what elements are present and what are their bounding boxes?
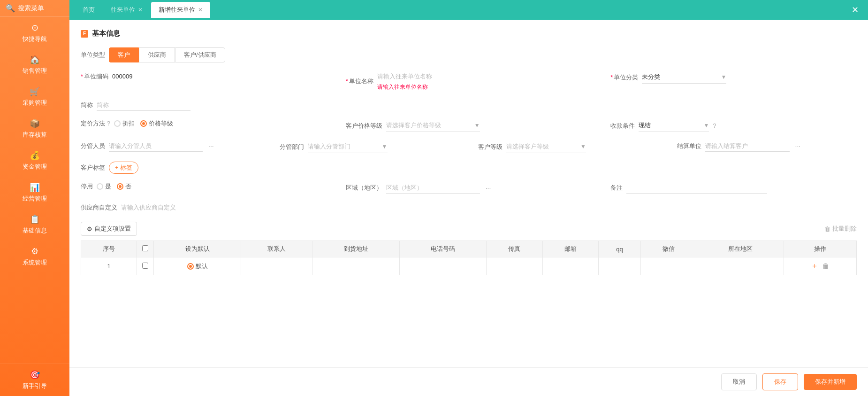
contacts-table: 序号 设为默认 联系人 到货地址 电话号码 传真 邮箱 qq 微信 所在地区 操… [81, 241, 857, 275]
inventory-icon: 📦 [30, 118, 40, 129]
department-select[interactable]: 请输入分管部门 ▼ [308, 140, 388, 153]
customer-tag-field: 客户标签 + 标签 [81, 162, 857, 174]
section-icon: F [81, 30, 88, 38]
save-add-button[interactable]: 保存并新增 [804, 374, 857, 390]
manager-row: 分管人员 ··· 分管部门 请输入分管部门 ▼ 客户等级 请选择客户等级 ▼ 结… [81, 140, 857, 153]
unit-type-supplier-btn[interactable]: 供应商 [139, 47, 175, 62]
customer-level-select[interactable]: 请选择客户等级 ▼ [506, 140, 586, 153]
table-row: 1 默认 [81, 257, 857, 275]
add-row-btn[interactable]: ＋ [811, 261, 818, 271]
row-default-radio[interactable]: 默认 [159, 262, 236, 271]
unit-type-customer-btn[interactable]: 客户 [109, 47, 139, 62]
unit-type-both-btn[interactable]: 客户/供应商 [175, 47, 225, 62]
settlement-more-btn[interactable]: ··· [793, 142, 803, 150]
customer-level-placeholder: 请选择客户等级 [506, 142, 580, 151]
col-qq: qq [599, 241, 641, 257]
col-address: 到货地址 [312, 241, 399, 257]
col-contact: 联系人 [241, 241, 312, 257]
unit-code-input[interactable] [112, 71, 206, 82]
finance-icon: 💰 [30, 150, 40, 161]
row-seq: 1 [81, 257, 137, 275]
supplier-custom-field: 供应商自定义 [81, 202, 857, 213]
unit-category-select[interactable]: 未分类 ▼ [642, 71, 726, 84]
tab-home[interactable]: 首页 [75, 2, 102, 18]
unit-info-row: *单位编码 *单位名称 请输入往来单位名称 *单位分类 未分类 ▼ [81, 71, 857, 91]
pricing-level-option[interactable]: 价格等级 [140, 119, 173, 128]
supplier-custom-input[interactable] [121, 202, 252, 213]
unit-category-arrow: ▼ [721, 74, 727, 80]
sidebar-search[interactable]: 🔍 搜索菜单 [0, 0, 69, 17]
short-name-input[interactable] [97, 100, 190, 111]
region-more-btn[interactable]: ··· [484, 184, 493, 192]
sidebar-item-label: 采购管理 [23, 99, 47, 107]
settlement-unit-label: 结算单位 [677, 142, 701, 150]
disabled-yes-option[interactable]: 是 [97, 182, 111, 191]
payment-terms-label: 收款条件 [610, 122, 635, 130]
main-close-button[interactable]: ✕ [848, 5, 862, 15]
quick-nav-icon: ⊙ [31, 23, 38, 33]
delete-row-btn[interactable]: 🗑 [822, 262, 830, 271]
payment-terms-select[interactable]: 现结 ▼ [639, 119, 709, 132]
batch-delete-icon: 🗑 [824, 225, 830, 233]
tab-close-add-partner[interactable]: ✕ [198, 7, 203, 13]
batch-delete-button[interactable]: 🗑 批量删除 [824, 225, 857, 233]
payment-terms-help-icon[interactable]: ? [713, 122, 716, 129]
sidebar-item-beginner[interactable]: 🎯 新手引导 [0, 364, 69, 396]
unit-type-label: 单位类型 [81, 51, 105, 59]
custom-settings-button[interactable]: ⚙ 自定义项设置 [81, 222, 137, 236]
row-wechat [641, 257, 697, 275]
remark-input[interactable] [626, 182, 767, 194]
department-label: 分管部门 [280, 143, 304, 151]
tab-add-partner[interactable]: 新增往来单位 ✕ [151, 2, 210, 18]
gear-icon: ⚙ [87, 225, 92, 233]
save-button[interactable]: 保存 [762, 373, 798, 390]
sidebar-item-basic[interactable]: 📋 基础信息 [0, 209, 69, 241]
tab-partner-list[interactable]: 往来单位 ✕ [103, 2, 150, 18]
pricing-help-icon[interactable]: ? [107, 120, 110, 127]
row-fax [487, 257, 542, 275]
sidebar-item-quick-nav[interactable]: ⊙ 快捷导航 [0, 17, 69, 49]
content-area: F 基本信息 单位类型 客户 供应商 客户/供应商 *单位编码 *单位名称 [69, 20, 868, 367]
sidebar-item-label: 基础信息 [23, 226, 47, 235]
sidebar-item-operations[interactable]: 📊 经营管理 [0, 177, 69, 209]
disabled-no-option[interactable]: 否 [117, 182, 131, 191]
basic-icon: 📋 [30, 214, 40, 225]
unit-name-input[interactable] [377, 71, 471, 82]
sidebar-item-purchase[interactable]: 🛒 采购管理 [0, 81, 69, 113]
sidebar-item-system[interactable]: ⚙ 系统管理 [0, 241, 69, 272]
manager-more-btn[interactable]: ··· [206, 142, 216, 150]
disabled-no-radio [117, 183, 123, 190]
customer-level-field: 客户等级 请选择客户等级 ▼ [478, 140, 658, 153]
disabled-yes-radio [97, 183, 103, 190]
customer-price-level-field: 客户价格等级 请选择客户价格等级 ▼ [346, 119, 592, 132]
custom-settings-bar: ⚙ 自定义项设置 🗑 批量删除 [81, 222, 857, 236]
sidebar-item-inventory[interactable]: 📦 库存核算 [0, 113, 69, 145]
tab-close-partner-list[interactable]: ✕ [138, 7, 143, 13]
table-header-row: 序号 设为默认 联系人 到货地址 电话号码 传真 邮箱 qq 微信 所在地区 操… [81, 241, 857, 257]
customer-price-level-select[interactable]: 请选择客户价格等级 ▼ [386, 119, 480, 132]
sidebar-item-finance[interactable]: 💰 资金管理 [0, 145, 69, 177]
main-area: 首页 往来单位 ✕ 新增往来单位 ✕ ✕ F 基本信息 单位类型 客户 供应商 … [69, 0, 868, 396]
table-body: 1 默认 [81, 257, 857, 275]
select-all-checkbox[interactable] [142, 245, 148, 251]
unit-name-error: 请输入往来单位名称 [377, 83, 471, 91]
cancel-button[interactable]: 取消 [721, 373, 757, 390]
settlement-unit-input[interactable] [705, 140, 790, 152]
row-action-group: ＋ 🗑 [789, 261, 852, 271]
pricing-discount-option[interactable]: 折扣 [114, 119, 135, 128]
row-checkbox-input[interactable] [142, 263, 148, 269]
sidebar-item-sales[interactable]: 🏠 销售管理 [0, 49, 69, 81]
payment-terms-field: 收款条件 现结 ▼ ? [610, 119, 857, 132]
short-name-field: 简称 [81, 100, 857, 111]
row-email-cell [542, 257, 598, 275]
unit-name-wrap: 请输入往来单位名称 [377, 71, 471, 91]
manager-input[interactable] [109, 140, 203, 152]
region-input[interactable] [386, 182, 480, 194]
col-actions: 操作 [784, 241, 856, 257]
manager-field: 分管人员 ··· [81, 140, 261, 152]
region-field: 区域（地区） ··· [346, 182, 592, 194]
disabled-label: 停用 [81, 182, 93, 191]
pricing-method-label: 定价方法 ? [81, 119, 110, 128]
add-tag-button[interactable]: + 标签 [109, 162, 138, 174]
sales-icon: 🏠 [30, 54, 40, 65]
